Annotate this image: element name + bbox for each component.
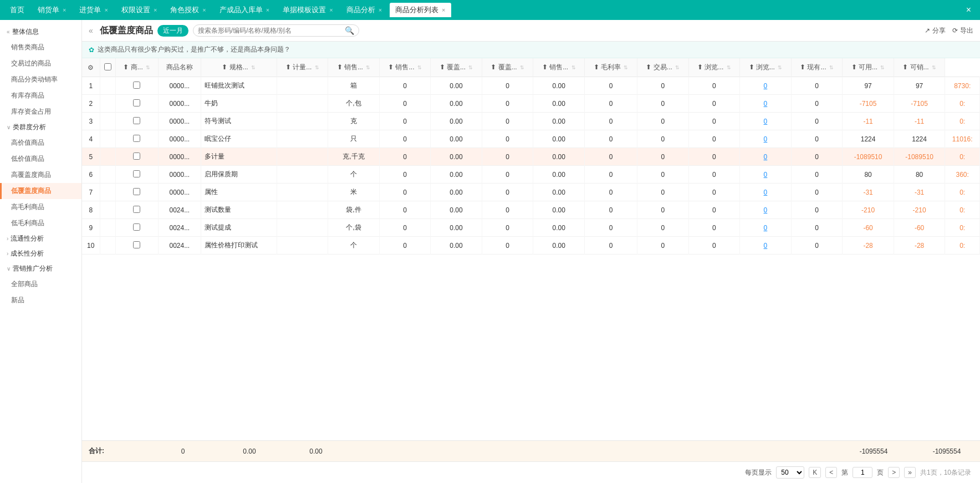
close-icon[interactable]: × xyxy=(379,7,382,13)
table-cell: 0.00 xyxy=(533,219,585,237)
sidebar-item-low-margin[interactable]: 低毛利商品 xyxy=(0,215,81,231)
last-page-button[interactable]: » xyxy=(904,467,916,478)
sidebar-collapse-button[interactable]: « xyxy=(89,26,93,35)
close-all-button[interactable]: × xyxy=(962,3,976,17)
table-cell: 0 xyxy=(584,77,637,95)
sidebar-item-sales-goods[interactable]: 销售类商品 xyxy=(0,39,81,55)
next-page-button[interactable]: > xyxy=(888,467,900,478)
sidebar-item-high-margin[interactable]: 高毛利商品 xyxy=(0,199,81,215)
sidebar-section-marketing[interactable]: ∨ 营销推广分析 xyxy=(0,261,81,276)
total-label: 合计: xyxy=(89,446,122,456)
row-checkbox[interactable] xyxy=(133,223,140,231)
row-checkbox[interactable] xyxy=(133,206,140,213)
sidebar-item-all-goods[interactable]: 全部商品 xyxy=(0,276,81,292)
row-checkbox[interactable] xyxy=(133,82,140,89)
close-icon[interactable]: × xyxy=(104,7,108,13)
date-filter-button[interactable]: 近一月 xyxy=(157,25,188,37)
collapse-icon: ∨ xyxy=(7,124,11,130)
sidebar-item-stock-capital[interactable]: 库存资金占用 xyxy=(0,104,81,120)
table-cell: 0 xyxy=(637,130,689,148)
row-checkbox[interactable] xyxy=(133,117,140,124)
view-link[interactable]: 0 xyxy=(764,171,768,179)
nav-tab-roles[interactable]: 角色授权 × xyxy=(165,3,211,17)
table-cell: 0024... xyxy=(158,219,201,237)
page-size-select[interactable]: 50 100 200 xyxy=(776,466,804,479)
sidebar-item-category-rate[interactable]: 商品分类动销率 xyxy=(0,72,81,88)
sidebar-section-overall[interactable]: « 整体信息 xyxy=(0,24,81,39)
nav-tab-template[interactable]: 单据模板设置 × xyxy=(277,3,338,17)
table-cell: 0.00 xyxy=(431,166,482,184)
table-cell: 0 xyxy=(791,166,843,184)
sidebar-section-group[interactable]: ∨ 类群度分析 xyxy=(0,120,81,135)
row-number: 8 xyxy=(82,201,100,219)
sidebar-section-flow[interactable]: › 流通性分析 xyxy=(0,231,81,246)
sidebar-item-new-goods[interactable]: 新品 xyxy=(0,292,81,308)
row-checkbox[interactable] xyxy=(133,170,140,177)
table-body: 10000...旺铺批次测试箱00.0000.000000097978730:2… xyxy=(82,77,980,255)
table-cell: 0 xyxy=(482,184,533,201)
table-cell: 0 xyxy=(637,113,689,130)
nav-tab-purchase[interactable]: 进货单 × xyxy=(74,3,113,17)
table-cell xyxy=(100,201,115,219)
table-cell: 0.00 xyxy=(431,77,482,95)
page-number-input[interactable] xyxy=(853,467,872,478)
nav-tab-sales[interactable]: 销货单 × xyxy=(32,3,72,17)
nav-tab-goods-analysis[interactable]: 商品分析 × xyxy=(341,3,387,17)
table-cell: 0.00 xyxy=(533,113,585,130)
search-input[interactable] xyxy=(198,27,343,34)
table-row: 80024...测试数量袋,件00.0000.0000000-210-2100: xyxy=(82,201,980,219)
nav-tab-goods-analysis-list[interactable]: 商品分析列表 × xyxy=(390,3,451,17)
row-checkbox[interactable] xyxy=(133,188,140,195)
sidebar-item-stocked-goods[interactable]: 有库存商品 xyxy=(0,88,81,104)
table-cell: 0000... xyxy=(158,77,201,95)
view-link[interactable]: 0 xyxy=(764,189,768,196)
sidebar-section-growth[interactable]: › 成长性分析 xyxy=(0,246,81,261)
close-icon[interactable]: × xyxy=(63,7,66,13)
sidebar-item-low-value[interactable]: 低价值商品 xyxy=(0,151,81,167)
view-link[interactable]: 0 xyxy=(764,135,768,143)
table-cell: 0 xyxy=(791,219,843,237)
table-cell: 0 xyxy=(482,113,533,130)
row-checkbox[interactable] xyxy=(133,99,140,106)
table-cell: 0 xyxy=(482,130,533,148)
sidebar-item-high-value[interactable]: 高价值商品 xyxy=(0,135,81,151)
nav-tab-home[interactable]: 首页 xyxy=(4,3,30,17)
first-page-button[interactable]: K xyxy=(809,467,821,478)
row-checkbox[interactable] xyxy=(133,241,140,248)
close-icon[interactable]: × xyxy=(329,7,333,13)
share-button[interactable]: ↗ 分享 xyxy=(925,26,946,35)
prev-page-button[interactable]: < xyxy=(825,467,837,478)
col-cover1: ⬆ 覆盖... ⇅ xyxy=(431,58,482,77)
table-cell: 0 xyxy=(740,130,792,148)
close-icon[interactable]: × xyxy=(202,7,206,13)
sidebar-item-low-coverage[interactable]: 低覆盖度商品 xyxy=(0,183,81,199)
table-cell: 0 xyxy=(791,95,843,113)
row-number: 1 xyxy=(82,77,100,95)
table-cell: -11 xyxy=(843,113,894,130)
select-all-checkbox[interactable] xyxy=(104,63,111,70)
nav-tab-production[interactable]: 产成品入库单 × xyxy=(214,3,275,17)
view-link[interactable]: 0 xyxy=(764,242,768,250)
search-icon[interactable]: 🔍 xyxy=(345,26,354,35)
view-link[interactable]: 0 xyxy=(764,206,768,214)
view-link[interactable]: 0 xyxy=(764,100,768,108)
table-cell xyxy=(115,113,158,130)
view-link[interactable]: 0 xyxy=(764,224,768,232)
export-button[interactable]: ⟳ 导出 xyxy=(952,26,973,35)
close-icon[interactable]: × xyxy=(442,7,445,13)
sidebar-item-traded-goods[interactable]: 交易过的商品 xyxy=(0,55,81,72)
sidebar-item-high-coverage[interactable]: 高覆盖度商品 xyxy=(0,167,81,183)
data-table: ⚙ ⬆ 商... ⇅ 商品名称 ⬆ 规格... ⇅ ⬆ 计量... ⇅ ⬆ 销售… xyxy=(82,58,980,255)
close-icon[interactable]: × xyxy=(154,7,157,13)
close-icon[interactable]: × xyxy=(266,7,269,13)
view-link[interactable]: 0 xyxy=(764,153,768,161)
table-cell: 0 xyxy=(740,219,792,237)
col-settings[interactable]: ⚙ xyxy=(82,58,100,77)
view-link[interactable]: 0 xyxy=(764,82,768,90)
nav-tab-permissions[interactable]: 权限设置 × xyxy=(116,3,162,17)
row-checkbox[interactable] xyxy=(133,152,140,160)
view-link[interactable]: 0 xyxy=(764,118,768,125)
table-cell xyxy=(277,130,328,148)
page-title: 低覆盖度商品 xyxy=(100,25,153,37)
row-checkbox[interactable] xyxy=(133,135,140,142)
